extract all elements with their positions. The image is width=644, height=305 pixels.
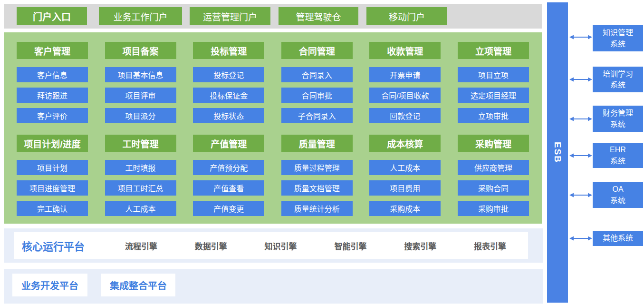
module-item: 客户评价 [17, 108, 88, 123]
module-item: 回款登记 [369, 108, 441, 123]
external-system-label: 系统 [610, 195, 625, 206]
module-group-initiation: 立项管理 项目立项 选定项目经理 立项审批 [458, 42, 529, 123]
external-system-label: 培训学习 [603, 69, 633, 79]
module-group-cost-accounting: 成本核算 人工成本 项目费用 采购成本 [369, 135, 441, 216]
portal-mobile: 移动门户 [366, 7, 447, 25]
esb-arrow-icon [569, 153, 593, 158]
module-item: 选定项目经理 [458, 88, 529, 103]
module-item: 人工成本 [369, 160, 441, 175]
module-item: 项目派分 [105, 108, 176, 123]
module-group-customer: 客户管理 客户信息 拜访跟进 客户评价 [17, 42, 88, 123]
module-item: 项目费用 [369, 180, 441, 196]
esb-bar: ESB [547, 2, 568, 303]
external-system-training: 培训学习 系统 [593, 67, 643, 92]
engine-search: 搜索引擎 [404, 240, 436, 252]
module-item: 产值预分配 [193, 160, 264, 175]
esb-arrow-icon [569, 77, 593, 82]
dev-platform-band: 业务开发平台 集成整合平台 [4, 269, 543, 304]
module-header: 项目计划/进度 [17, 135, 88, 152]
module-header: 成本核算 [369, 135, 441, 152]
module-header: 客户管理 [17, 42, 88, 59]
engine-knowledge: 知识引擎 [265, 240, 297, 252]
module-row-1: 客户管理 客户信息 拜访跟进 客户评价 项目备案 项目基本信息 项目评审 项目派… [4, 42, 542, 123]
module-group-output-value: 产值管理 产值预分配 产值查看 产值变更 [193, 135, 264, 216]
module-group-timesheet: 工时管理 工时填报 项目工时汇总 人工成本 [105, 135, 176, 216]
external-system-label: 系统 [610, 156, 625, 167]
portal-operation-mgmt: 运营管理门户 [190, 7, 270, 25]
esb-arrow-icon [569, 34, 593, 40]
module-item: 质量过程管理 [281, 160, 353, 175]
module-header: 合同管理 [281, 42, 353, 59]
module-item: 拜访跟进 [17, 88, 88, 103]
module-item: 投标状态 [193, 108, 264, 123]
engine-workflow: 流程引擎 [125, 240, 157, 252]
module-group-contract: 合同管理 合同录入 合同审批 子合同录入 [281, 42, 353, 123]
module-item: 采购合同 [458, 180, 529, 196]
esb-arrow-icon [569, 236, 593, 241]
esb-arrow-icon [569, 116, 593, 122]
module-header: 采购管理 [458, 135, 529, 152]
module-header: 收款管理 [369, 42, 441, 59]
module-item: 子合同录入 [281, 108, 353, 123]
portal-entry-title: 门户入口 [17, 7, 87, 25]
external-system-label: 财务管理 [603, 108, 633, 118]
external-system-oa: OA 系统 [593, 182, 643, 208]
module-item: 质量统计分析 [281, 201, 353, 216]
module-item: 人工成本 [105, 201, 176, 216]
external-system-label: 知识管理 [603, 27, 633, 38]
external-system-label: 系统 [610, 39, 625, 49]
external-system-knowledge: 知识管理 系统 [593, 25, 643, 51]
module-item: 合同审批 [281, 88, 353, 103]
external-system-other: 其他系统 [593, 231, 643, 246]
external-system-label: 其他系统 [603, 233, 633, 244]
esb-label: ESB [552, 142, 563, 163]
external-system-label: EHR [610, 144, 626, 155]
engine-intelligence: 智能引擎 [334, 240, 366, 252]
module-item: 项目计划 [17, 160, 88, 175]
module-item: 合同录入 [281, 67, 353, 82]
module-item: 投标保证金 [193, 88, 264, 103]
core-platform-title: 核心运行平台 [22, 238, 85, 253]
modules-panel: 客户管理 客户信息 拜访跟进 客户评价 项目备案 项目基本信息 项目评审 项目派… [4, 32, 542, 224]
module-item: 合同/项目收款 [369, 88, 441, 103]
external-system-label: 系统 [610, 79, 625, 90]
module-item: 开票申请 [369, 67, 441, 82]
module-item: 质量文档管理 [281, 180, 353, 196]
module-item: 完工确认 [17, 201, 88, 216]
external-system-label: 系统 [610, 119, 625, 130]
module-header: 投标管理 [193, 42, 264, 59]
module-item: 立项审批 [458, 108, 529, 123]
engine-data: 数据引擎 [195, 240, 227, 252]
external-system-finance: 财务管理 系统 [593, 106, 643, 132]
module-item: 供应商管理 [458, 160, 529, 175]
module-header: 工时管理 [105, 135, 176, 152]
module-header: 立项管理 [458, 42, 529, 59]
module-group-bidding: 投标管理 投标登记 投标保证金 投标状态 [193, 42, 264, 123]
module-item: 项目评审 [105, 88, 176, 103]
module-group-quality: 质量管理 质量过程管理 质量文档管理 质量统计分析 [281, 135, 353, 216]
architecture-diagram: 门户入口 业务工作门户 运营管理门户 管理驾驶仓 移动门户 客户管理 客户信息 … [0, 0, 644, 305]
portal-business-work: 业务工作门户 [99, 7, 182, 25]
core-platform-panel: 核心运行平台 流程引擎 数据引擎 知识引擎 智能引擎 搜索引擎 报表引擎 [14, 232, 528, 259]
engine-report: 报表引擎 [474, 240, 506, 252]
portal-bar: 门户入口 业务工作门户 运营管理门户 管理驾驶仓 移动门户 [4, 4, 542, 29]
module-item: 工时填报 [105, 160, 176, 175]
module-header: 项目备案 [105, 42, 176, 59]
core-platform-band: 核心运行平台 流程引擎 数据引擎 知识引擎 智能引擎 搜索引擎 报表引擎 [4, 228, 543, 263]
module-header: 质量管理 [281, 135, 353, 152]
external-system-ehr: EHR 系统 [593, 143, 643, 168]
external-system-label: OA [612, 184, 623, 195]
module-item: 采购审批 [458, 201, 529, 216]
module-item: 项目工时汇总 [105, 180, 176, 196]
portal-mgmt-cockpit: 管理驾驶仓 [279, 7, 358, 25]
business-dev-platform: 业务开发平台 [12, 274, 87, 296]
module-item: 产值查看 [193, 180, 264, 196]
module-item: 客户信息 [17, 67, 88, 82]
integration-platform: 集成整合平台 [101, 274, 175, 296]
module-group-plan-progress: 项目计划/进度 项目计划 项目进度管理 完工确认 [17, 135, 88, 216]
module-group-procurement: 采购管理 供应商管理 采购合同 采购审批 [458, 135, 529, 216]
esb-arrow-icon [569, 192, 593, 198]
engine-list: 流程引擎 数据引擎 知识引擎 智能引擎 搜索引擎 报表引擎 [125, 240, 506, 252]
module-item: 项目进度管理 [17, 180, 88, 196]
module-header: 产值管理 [193, 135, 264, 152]
